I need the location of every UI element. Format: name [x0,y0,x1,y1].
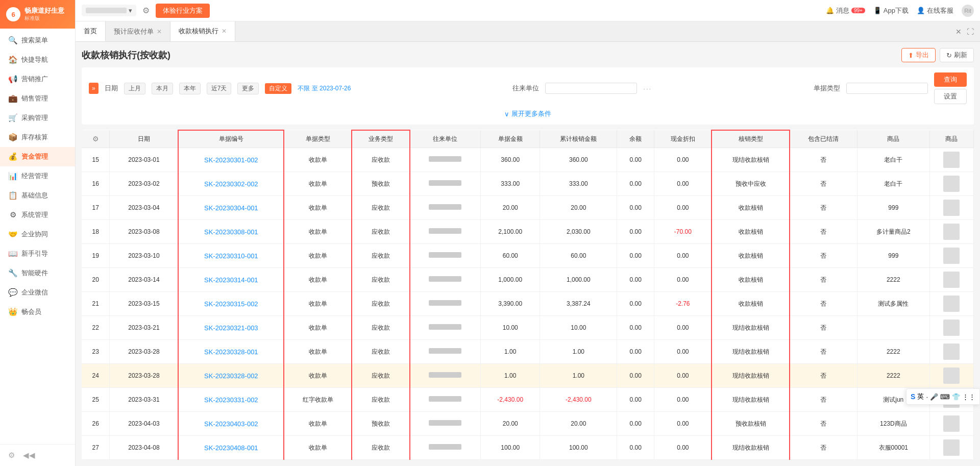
chevron-down-icon: ∨ [504,110,509,118]
cell-counterpart [410,292,481,316]
page-content: 收款核销执行(按收款) ⬆ 导出 ↻ 刷新 » 日期 上月 本月 [76,42,980,466]
custom-date-btn[interactable]: 自定义 [265,83,291,94]
sidebar-item-wechat[interactable]: 💬 企业微信 [0,283,75,302]
bill-no-link[interactable]: SK-20230321-003 [204,324,258,332]
bill-no-link[interactable]: SK-20230331-002 [204,396,258,404]
bill-no-link[interactable]: SK-20230403-002 [204,420,258,428]
bill-no-link[interactable]: SK-20230408-001 [204,444,258,452]
bill-no-link[interactable]: SK-20230315-002 [204,300,258,308]
cell-product1: 老白干 [857,148,929,172]
bill-no-link[interactable]: SK-20230308-001 [204,228,258,236]
tab-prepay-label: 预计应收付单 [114,27,154,36]
filter-expand-left-btn[interactable]: » [89,83,99,94]
cell-bill-type: 收款单 [284,412,352,436]
cell-verify-type: 现结收款核销 [712,316,789,340]
date-range-display: 不限 至 2023-07-26 [298,84,351,93]
cell-balance: 0.00 [617,436,654,460]
tab-verify-close[interactable]: ✕ [222,28,227,35]
online-service-item[interactable]: 👤 在线客服 [917,6,953,15]
cell-product1: 多计量商品2 [857,220,929,244]
tab-prepay[interactable]: 预计应收付单 ✕ [106,21,170,41]
column-settings-icon[interactable]: ⚙ [92,135,99,143]
sidebar-item-quicknav[interactable]: 🏠 快捷导航 [0,50,75,69]
data-table-wrap: ⚙ 日期 单据编号 单据类型 业务类型 往来单位 单据金额 累计核销金额 余额 … [82,130,974,460]
sidebar-item-label: 营销推广 [21,75,48,84]
query-button[interactable]: 查询 [934,72,967,87]
settings-icon[interactable]: ⚙ [8,451,15,460]
sidebar-item-operations[interactable]: 📊 经营管理 [0,166,75,186]
cell-cash-discount: 0.00 [654,436,712,460]
cell-date: 2023-03-08 [110,220,178,244]
cell-include-settled: 否 [790,388,857,412]
refresh-button[interactable]: ↻ 刷新 [940,48,974,62]
tab-close-all-icon[interactable]: ✕ [955,28,962,36]
sidebar-item-inventory[interactable]: 📦 库存核算 [0,128,75,147]
sidebar-item-search[interactable]: 🔍 搜索菜单 [0,31,75,50]
bill-no-link[interactable]: SK-20230301-002 [204,156,258,164]
cell-bill-type: 收款单 [284,172,352,196]
cell-no: 22 [82,316,110,340]
workspace-selector[interactable]: ▾ [82,5,136,16]
cell-bill-no: SK-20230315-002 [178,292,284,316]
cell-cash-discount: -70.00 [654,220,712,244]
ime-badge[interactable]: S 英 · 🎤 ⌨ 👕 ⋮⋮ [906,388,980,405]
setting-button[interactable]: 设置 [934,89,967,104]
tab-verify-label: 收款核销执行 [179,27,218,36]
bill-no-link[interactable]: SK-20230328-002 [204,372,258,380]
solution-button[interactable]: 体验行业方案 [156,4,210,18]
th-settings[interactable]: ⚙ [82,130,110,148]
gear-icon[interactable]: ⚙ [142,6,150,15]
cell-no: 21 [82,292,110,316]
this-year-btn[interactable]: 本年 [179,83,201,94]
cell-biz-type: 应收款 [352,244,410,268]
cell-amount: 100.00 [481,436,540,460]
bill-no-link[interactable]: SK-20230314-001 [204,276,258,284]
user-avatar[interactable]: Rit [962,5,974,17]
counterpart-input[interactable] [545,83,637,94]
sidebar-item-sales[interactable]: 💼 销售管理 [0,89,75,108]
cell-verify-type: 预收款核销 [712,412,789,436]
cell-cash-discount: 0.00 [654,388,712,412]
bill-no-link[interactable]: SK-20230328-001 [204,348,258,356]
last-month-btn[interactable]: 上月 [124,83,145,94]
ime-icon-3: · [926,393,928,401]
messages-item[interactable]: 🔔 消息 99+ [826,6,865,15]
cell-product1: 2222 [857,268,929,292]
sidebar-item-collab[interactable]: 🤝 企业协同 [0,225,75,244]
cell-bill-no: SK-20230321-003 [178,316,284,340]
sidebar-item-label: 经营管理 [21,171,48,181]
app-download-item[interactable]: 📱 App下载 [873,6,909,15]
bill-no-link[interactable]: SK-20230304-001 [204,204,258,212]
sidebar-item-purchase[interactable]: 🛒 采购管理 [0,108,75,128]
sidebar-item-hardware[interactable]: 🔧 智能硬件 [0,263,75,283]
sidebar-item-guide[interactable]: 📖 新手引导 [0,244,75,263]
sidebar-item-vip[interactable]: 👑 畅会员 [0,302,75,322]
cell-verify-type: 收款核销 [712,220,789,244]
export-button[interactable]: ⬆ 导出 [901,48,936,62]
table-body: 15 2023-03-01 SK-20230301-002 收款单 应收款 36… [82,148,974,460]
cell-date: 2023-03-10 [110,244,178,268]
collapse-icon[interactable]: ◀◀ [23,451,35,460]
bill-no-link[interactable]: SK-20230302-002 [204,180,258,188]
sidebar-item-system[interactable]: ⚙ 系统管理 [0,205,75,225]
this-month-btn[interactable]: 本月 [152,83,173,94]
sidebar-item-finance[interactable]: 💰 资金管理 [0,147,75,166]
sidebar-item-marketing[interactable]: 📢 营销推广 [0,69,75,89]
ime-icon-6: 👕 [952,393,960,401]
sidebar-item-label: 智能硬件 [21,268,48,278]
table-row: 28 2023-04-18 SK-20230418-001 收款单 应收款 10… [82,460,974,460]
tab-prepay-close[interactable]: ✕ [157,28,162,35]
bill-no-link[interactable]: SK-20230310-001 [204,252,258,260]
tab-home[interactable]: 首页 [76,21,106,41]
cell-date: 2023-04-08 [110,436,178,460]
tab-verify[interactable]: 收款核销执行 ✕ [170,21,235,41]
last7-btn[interactable]: 近7天 [207,83,232,94]
cell-bill-type: 红字收款单 [284,388,352,412]
bill-type-select[interactable] [846,83,928,94]
more-date-btn[interactable]: 更多 [237,83,259,94]
sidebar-item-base[interactable]: 📋 基础信息 [0,186,75,205]
date-label: 日期 [105,84,118,93]
cell-bill-no: SK-20230308-001 [178,220,284,244]
tab-expand-icon[interactable]: ⛶ [967,28,974,36]
expand-more-btn[interactable]: ∨ 展开更多条件 [89,108,967,119]
